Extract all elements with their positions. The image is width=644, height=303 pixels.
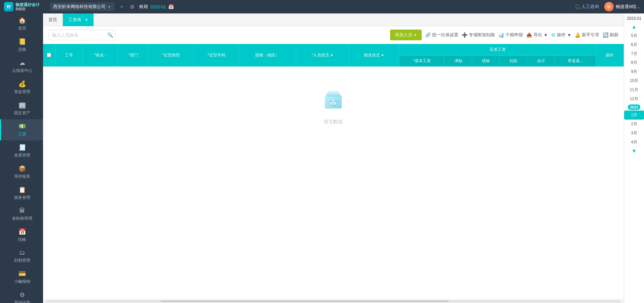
export-label: 导出 <box>533 32 542 38</box>
fixed-assets-icon: 🏢 <box>18 101 26 109</box>
search-wrapper: 🔍 <box>48 30 116 40</box>
user-avatar: 畅 <box>604 2 614 11</box>
operations-action[interactable]: ⚙ 操作 ▼ <box>551 32 571 38</box>
th-number: 工号 <box>55 44 83 67</box>
month-1[interactable]: 1月 <box>624 111 644 120</box>
empty-icon: ? <box>320 87 347 114</box>
top-bar-right: 🎧 人工咨询 畅 畅捷通B组... <box>575 2 640 11</box>
ledger-icon: 📒 <box>18 38 26 45</box>
month-10[interactable]: 10月 <box>624 76 644 85</box>
scrollbar-thumb[interactable] <box>161 300 449 302</box>
calendar-icon[interactable]: 📅 <box>168 4 174 9</box>
th-name[interactable]: *姓名 <box>83 44 118 67</box>
add-person-chevron-icon: ▼ <box>414 33 417 37</box>
th-status[interactable]: *人员状态 <box>296 44 349 67</box>
table-header-row1: 工号 *姓名 *部门 *证型类型 *证型号码 国籍（地区） *人员状态 报送状态… <box>43 44 624 55</box>
month-9[interactable]: 9月 <box>624 67 644 76</box>
company-selector[interactable]: 西安虾米网络科技有限公司 ▼ <box>50 2 114 11</box>
user-info[interactable]: 畅 畅捷通B组... <box>604 2 640 11</box>
operations-icon: ⚙ <box>551 32 556 38</box>
sidebar-item-payroll[interactable]: 💵 工资 <box>0 119 43 140</box>
sidebar-item-label-ledger: 总账 <box>18 47 26 52</box>
th-performance: 绩效 <box>472 55 500 67</box>
operations-label: 操作 <box>557 32 566 38</box>
tab-home[interactable]: 首页 <box>43 13 63 26</box>
social-security-icon: 🔗 <box>425 32 431 38</box>
support-label: 人工咨询 <box>581 4 599 10</box>
month-picker-header: 2023.01 <box>624 15 644 23</box>
sidebar-item-fixed-assets[interactable]: 🏢 固定资产 <box>0 98 43 119</box>
sidebar-item-funds[interactable]: 💰 资金管理 <box>0 77 43 98</box>
sidebar-item-ledger[interactable]: 📒 总账 <box>0 35 43 56</box>
tab-payroll-table[interactable]: 工资表 ✕ <box>63 13 94 26</box>
special-deduction-action[interactable]: ➕ 专项附加扣除 <box>462 32 495 38</box>
tab-close-icon[interactable]: ✕ <box>85 17 88 22</box>
month-5[interactable]: 5月 <box>624 31 644 40</box>
bottom-scrollbar[interactable] <box>43 299 624 303</box>
add-company-icon[interactable]: ＋ <box>118 3 126 11</box>
sidebar-item-settings[interactable]: ⚙ 基础设置 <box>0 288 43 303</box>
month-8[interactable]: 8月 <box>624 58 644 67</box>
th-report-status[interactable]: 报送状态 <box>349 44 399 67</box>
sidebar-item-label-close: 结账 <box>18 237 26 243</box>
month-7[interactable]: 7月 <box>624 49 644 58</box>
sidebar-item-archive[interactable]: 🗂 归档管理 <box>0 246 43 267</box>
sidebar-item-home[interactable]: 🏠 首页 <box>0 13 43 35</box>
select-all-checkbox[interactable] <box>47 53 51 57</box>
guide-toolbar-icon: 🔔 <box>575 32 580 38</box>
settings-icon[interactable]: ⚙ <box>128 3 136 11</box>
refresh-action[interactable]: 🔄 刷新 <box>603 32 618 38</box>
sidebar-item-cloud-report[interactable]: ☁ 云报表中心 <box>0 56 43 77</box>
toolbar: 🔍 添加人员 ▼ 🔗 统一社保设置 ➕ 专项附加扣除 <box>43 26 624 44</box>
export-action[interactable]: 📤 导出 ▼ <box>526 32 548 38</box>
sidebar-item-multi-org[interactable]: 🏛 多机构管理 <box>0 204 43 225</box>
sidebar-item-expense[interactable]: 💳 小畅报销 <box>0 267 43 288</box>
sidebar-item-invoice[interactable]: 🧾 发票管理 <box>0 140 43 162</box>
sidebar-item-label-payroll: 工资 <box>18 131 26 137</box>
sidebar-item-label-home: 首页 <box>18 26 26 31</box>
empty-text: 暂无数据 <box>324 119 343 125</box>
individual-tax-label: 个税申报 <box>505 32 523 38</box>
search-input[interactable] <box>48 30 116 40</box>
main-layout: 🏠 首页 📒 总账 ☁ 云报表中心 💰 资金管理 🏢 固定资产 💵 工资 🧾 发… <box>0 13 644 303</box>
month-3[interactable]: 3月 <box>624 129 644 138</box>
top-bar: 好 畅捷通好会计 旗舰版 西安虾米网络科技有限公司 ▼ ＋ ⚙ 账期 2023-… <box>0 0 644 13</box>
sidebar-item-label-multi-org: 多机构管理 <box>12 216 32 221</box>
month-12[interactable]: 12月 <box>624 94 644 103</box>
month-picker-up[interactable]: ▲ <box>632 23 637 31</box>
invoice-icon: 🧾 <box>18 144 26 151</box>
th-checkbox[interactable] <box>43 44 55 67</box>
month-2[interactable]: 2月 <box>624 120 644 129</box>
guide-label: 新手引导 <box>582 32 599 38</box>
logo-icon: 好 <box>4 2 13 11</box>
th-action: 操作 <box>596 44 623 67</box>
export-icon: 📤 <box>526 32 532 38</box>
individual-tax-action[interactable]: 📊 个税申报 <box>498 32 523 38</box>
scrollbar-track <box>46 300 621 302</box>
sidebar-item-tax[interactable]: 📋 税务管理 <box>0 183 43 204</box>
th-id-type: *证型类型 <box>149 44 194 67</box>
export-chevron-icon: ▼ <box>543 33 548 38</box>
table-body: ? 暂无数据 <box>43 67 624 145</box>
sidebar-item-label-archive: 归档管理 <box>14 258 30 263</box>
refresh-label: 刷新 <box>610 32 618 38</box>
social-security-action[interactable]: 🔗 统一社保设置 <box>425 32 458 38</box>
month-11[interactable]: 11月 <box>624 85 644 94</box>
month-picker-down[interactable]: ▼ <box>632 147 637 156</box>
svg-rect-2 <box>328 91 338 94</box>
support-button[interactable]: 🎧 人工咨询 <box>575 4 599 10</box>
month-6[interactable]: 6月 <box>624 40 644 49</box>
top-bar-actions: ＋ ⚙ <box>118 3 136 11</box>
guide-action[interactable]: 🔔 新手引导 <box>575 32 599 38</box>
month-4[interactable]: 4月 <box>624 138 644 147</box>
month-picker-panel: 2023.01 ▲ 5月 6月 7月 8月 9月 10月 11月 12月 202… <box>624 13 644 303</box>
th-pension: 养老基... <box>555 55 596 67</box>
add-person-button[interactable]: 添加人员 ▼ <box>390 30 422 40</box>
th-dept: *部门 <box>118 44 149 67</box>
sidebar-item-inventory[interactable]: 📦 库存核算 <box>0 162 43 183</box>
sidebar-item-close-period[interactable]: 📅 结账 <box>0 225 43 246</box>
th-allowance: 津贴 <box>444 55 472 67</box>
svg-rect-6 <box>335 101 337 102</box>
empty-state-row: ? 暂无数据 <box>43 67 624 145</box>
svg-text:?: ? <box>332 101 334 105</box>
